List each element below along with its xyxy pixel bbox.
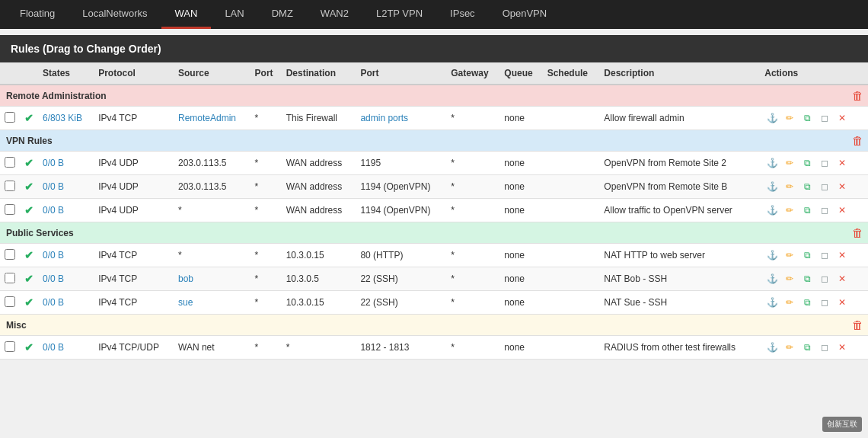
row-select-checkbox[interactable] bbox=[5, 157, 15, 168]
trash-icon[interactable]: 🗑 bbox=[852, 318, 863, 331]
copy-icon[interactable]: ⧉ bbox=[799, 248, 815, 263]
disable-icon[interactable]: ◻ bbox=[817, 340, 832, 355]
row-checkbox[interactable] bbox=[0, 152, 20, 175]
states-link[interactable]: 0/0 B bbox=[43, 205, 64, 216]
disable-icon[interactable]: ◻ bbox=[817, 271, 832, 286]
anchor-icon[interactable]: ⚓ bbox=[764, 340, 780, 355]
row-states[interactable]: 0/0 B bbox=[38, 152, 94, 175]
row-states[interactable]: 0/0 B bbox=[38, 244, 94, 267]
row-select-checkbox[interactable] bbox=[5, 341, 15, 352]
section-label-remote: Remote Administration bbox=[0, 85, 760, 107]
states-link[interactable]: 6/803 KiB bbox=[43, 113, 82, 123]
source-link[interactable]: sue bbox=[178, 297, 193, 308]
trash-icon[interactable]: 🗑 bbox=[852, 134, 863, 147]
row-description: NAT Bob - SSH bbox=[599, 267, 760, 291]
anchor-icon[interactable]: ⚓ bbox=[764, 248, 780, 263]
edit-icon[interactable]: ✏ bbox=[782, 155, 797, 171]
copy-icon[interactable]: ⧉ bbox=[799, 203, 815, 218]
row-states[interactable]: 0/0 B bbox=[38, 199, 94, 222]
states-link[interactable]: 0/0 B bbox=[43, 158, 64, 168]
anchor-icon[interactable]: ⚓ bbox=[764, 155, 780, 171]
row-states[interactable]: 0/0 B bbox=[38, 267, 94, 291]
delete-icon[interactable]: ✕ bbox=[834, 179, 850, 194]
edit-icon[interactable]: ✏ bbox=[782, 203, 797, 218]
row-select-checkbox[interactable] bbox=[5, 204, 15, 215]
trash-icon[interactable]: 🗑 bbox=[852, 89, 863, 102]
edit-icon[interactable]: ✏ bbox=[782, 179, 797, 194]
edit-icon[interactable]: ✏ bbox=[782, 248, 797, 263]
row-select-checkbox[interactable] bbox=[5, 249, 15, 260]
row-checkbox[interactable] bbox=[0, 291, 20, 315]
row-port2[interactable]: admin ports bbox=[356, 107, 446, 130]
anchor-icon[interactable]: ⚓ bbox=[764, 203, 780, 218]
states-link[interactable]: 0/0 B bbox=[43, 273, 64, 284]
row-checkbox[interactable] bbox=[0, 175, 20, 199]
copy-icon[interactable]: ⧉ bbox=[799, 179, 815, 194]
copy-icon[interactable]: ⧉ bbox=[799, 110, 815, 126]
disable-icon[interactable]: ◻ bbox=[817, 110, 832, 126]
states-link[interactable]: 0/0 B bbox=[43, 342, 64, 353]
disable-icon[interactable]: ◻ bbox=[817, 295, 832, 310]
copy-icon[interactable]: ⧉ bbox=[799, 155, 815, 171]
tab-ipsec[interactable]: IPsec bbox=[436, 0, 489, 29]
tab-wan2[interactable]: WAN2 bbox=[307, 0, 362, 29]
section-trash-vpn[interactable]: 🗑 bbox=[760, 130, 868, 152]
edit-icon[interactable]: ✏ bbox=[782, 271, 797, 286]
row-select-checkbox[interactable] bbox=[5, 296, 15, 307]
row-source[interactable]: sue bbox=[174, 291, 251, 315]
edit-icon[interactable]: ✏ bbox=[782, 340, 797, 355]
tab-dmz[interactable]: DMZ bbox=[258, 0, 307, 29]
tab-lan[interactable]: LAN bbox=[211, 0, 257, 29]
states-link[interactable]: 0/0 B bbox=[43, 250, 64, 261]
delete-icon[interactable]: ✕ bbox=[834, 203, 850, 218]
delete-icon[interactable]: ✕ bbox=[834, 110, 850, 126]
anchor-icon[interactable]: ⚓ bbox=[764, 110, 780, 126]
row-states[interactable]: 6/803 KiB bbox=[38, 107, 94, 130]
source-link[interactable]: RemoteAdmin bbox=[178, 113, 236, 123]
row-checkbox[interactable] bbox=[0, 107, 20, 130]
delete-icon[interactable]: ✕ bbox=[834, 340, 850, 355]
disable-icon[interactable]: ◻ bbox=[817, 203, 832, 218]
section-trash-misc[interactable]: 🗑 bbox=[760, 315, 868, 336]
row-states[interactable]: 0/0 B bbox=[38, 336, 94, 360]
row-states[interactable]: 0/0 B bbox=[38, 175, 94, 199]
row-checkbox[interactable] bbox=[0, 336, 20, 360]
section-trash-public[interactable]: 🗑 bbox=[760, 222, 868, 244]
row-checkbox[interactable] bbox=[0, 199, 20, 222]
tab-wan[interactable]: WAN bbox=[161, 0, 212, 29]
row-checkbox[interactable] bbox=[0, 244, 20, 267]
row-checkbox[interactable] bbox=[0, 267, 20, 291]
tab-openvpn[interactable]: OpenVPN bbox=[489, 0, 561, 29]
disable-icon[interactable]: ◻ bbox=[817, 155, 832, 171]
section-trash-remote[interactable]: 🗑 bbox=[760, 85, 868, 107]
source-link[interactable]: bob bbox=[178, 273, 193, 284]
row-source[interactable]: RemoteAdmin bbox=[174, 107, 251, 130]
tab-localnetworks[interactable]: LocalNetworks bbox=[69, 0, 161, 29]
copy-icon[interactable]: ⧉ bbox=[799, 271, 815, 286]
copy-icon[interactable]: ⧉ bbox=[799, 340, 815, 355]
delete-icon[interactable]: ✕ bbox=[834, 248, 850, 263]
edit-icon[interactable]: ✏ bbox=[782, 295, 797, 310]
delete-icon[interactable]: ✕ bbox=[834, 155, 850, 171]
disable-icon[interactable]: ◻ bbox=[817, 248, 832, 263]
row-select-checkbox[interactable] bbox=[5, 112, 15, 123]
states-link[interactable]: 0/0 B bbox=[43, 297, 64, 308]
row-select-checkbox[interactable] bbox=[5, 181, 15, 191]
edit-icon[interactable]: ✏ bbox=[782, 110, 797, 126]
row-source[interactable]: bob bbox=[174, 267, 251, 291]
port2-link[interactable]: admin ports bbox=[360, 113, 408, 123]
delete-icon[interactable]: ✕ bbox=[834, 295, 850, 310]
tab-floating[interactable]: Floating bbox=[6, 0, 69, 29]
anchor-icon[interactable]: ⚓ bbox=[764, 295, 780, 310]
col-protocol: Protocol bbox=[94, 62, 174, 85]
disable-icon[interactable]: ◻ bbox=[817, 179, 832, 194]
copy-icon[interactable]: ⧉ bbox=[799, 295, 815, 310]
delete-icon[interactable]: ✕ bbox=[834, 271, 850, 286]
anchor-icon[interactable]: ⚓ bbox=[764, 179, 780, 194]
row-select-checkbox[interactable] bbox=[5, 273, 15, 283]
states-link[interactable]: 0/0 B bbox=[43, 181, 64, 192]
trash-icon[interactable]: 🗑 bbox=[852, 226, 863, 239]
row-states[interactable]: 0/0 B bbox=[38, 291, 94, 315]
anchor-icon[interactable]: ⚓ bbox=[764, 271, 780, 286]
tab-l2tp-vpn[interactable]: L2TP VPN bbox=[362, 0, 436, 29]
